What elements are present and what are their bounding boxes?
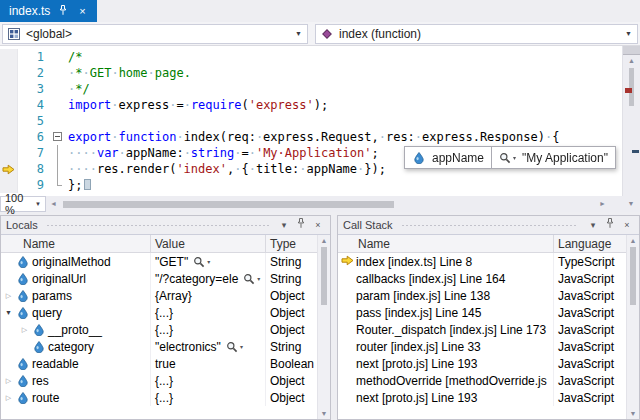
table-row[interactable]: originalMethod"GET"▾String — [1, 253, 317, 270]
scroll-up-icon[interactable]: ▲ — [627, 235, 639, 246]
scroll-down-icon[interactable]: ▼ — [627, 408, 639, 419]
fold-margin[interactable] — [52, 65, 68, 81]
code-line[interactable]: 2·*·GET·home·page. — [0, 65, 622, 81]
scrollbar-thumb[interactable] — [63, 201, 394, 208]
tab-index-ts[interactable]: index.ts × — [0, 0, 97, 22]
expander-icon[interactable]: ▷ — [3, 377, 14, 385]
table-row[interactable]: router [index.js] Line 33JavaScript — [338, 338, 626, 355]
zoom-dropdown[interactable]: 100 % ▼ — [0, 196, 46, 212]
breakpoint-margin[interactable] — [0, 113, 18, 129]
code-line[interactable]: 5 — [0, 113, 622, 129]
magnifier-icon[interactable]: ▾ — [243, 273, 260, 285]
call-stack-scrollbar[interactable]: ▲ ▼ — [626, 235, 639, 419]
table-row[interactable]: ▷__proto__{...}Object — [1, 321, 317, 338]
scroll-left-icon[interactable]: ◄ — [46, 196, 61, 212]
table-row[interactable]: ▼query{...}Object — [1, 304, 317, 321]
table-row[interactable]: ▷params{Array}Object — [1, 287, 317, 304]
code-text[interactable]: /* — [68, 49, 622, 65]
window-position-icon[interactable]: ▾ — [277, 218, 291, 232]
table-row[interactable]: Router._dispatch [index.js] Line 173Java… — [338, 321, 626, 338]
table-row[interactable]: param [index.js] Line 138JavaScript — [338, 287, 626, 304]
splitter-grip[interactable] — [623, 46, 640, 55]
code-text[interactable]: import·express·=·require('express'); — [68, 97, 622, 113]
breakpoint-margin[interactable] — [0, 81, 18, 97]
breakpoint-margin[interactable] — [0, 65, 18, 81]
close-icon[interactable]: × — [620, 218, 634, 232]
scroll-right-icon[interactable]: ► — [595, 196, 610, 212]
code-line[interactable]: 6export·function·index(req:·express.Requ… — [0, 129, 622, 145]
fold-margin[interactable] — [52, 113, 68, 129]
breakpoint-margin[interactable] — [0, 129, 18, 145]
member-dropdown[interactable]: index (function) ▼ — [315, 24, 638, 44]
column-header-language[interactable]: Language — [554, 235, 626, 252]
scope-dropdown[interactable]: <global> ▼ — [2, 24, 308, 44]
scrollbar-thumb[interactable] — [629, 68, 634, 106]
expander-icon[interactable]: ▷ — [3, 394, 14, 402]
code-line[interactable]: 9}; — [0, 177, 622, 193]
table-row[interactable]: ▷res{...}Object — [1, 372, 317, 389]
magnifier-icon[interactable]: ▾ — [193, 256, 210, 268]
code-editor[interactable]: 1/*2·*·GET·home·page.3·*/4import·express… — [0, 46, 622, 196]
fold-margin[interactable] — [52, 49, 68, 65]
editor-vertical-scrollbar[interactable]: ▲ — [622, 46, 640, 196]
fold-margin[interactable] — [52, 145, 68, 161]
code-text[interactable]: }; — [68, 177, 622, 193]
table-row[interactable]: next [proto.js] Line 193JavaScript — [338, 389, 626, 406]
fold-collapse-icon[interactable] — [53, 132, 62, 141]
breakpoint-margin[interactable] — [0, 161, 18, 177]
table-row[interactable]: callbacks [index.js] Line 164JavaScript — [338, 270, 626, 287]
breakpoint-margin[interactable] — [0, 97, 18, 113]
table-row[interactable]: index [index.ts] Line 8TypeScript — [338, 253, 626, 270]
code-text[interactable]: ·*·GET·home·page. — [68, 65, 622, 81]
column-header-name[interactable]: Name — [338, 235, 554, 252]
magnifier-icon[interactable]: ▾ — [499, 152, 516, 164]
pin-icon[interactable] — [603, 218, 617, 233]
code-line[interactable]: 3·*/ — [0, 81, 622, 97]
pin-icon[interactable] — [57, 5, 69, 18]
breakpoint-margin[interactable] — [0, 177, 18, 193]
pin-icon[interactable] — [294, 218, 308, 233]
breakpoint-margin[interactable] — [0, 49, 18, 65]
table-row[interactable]: ▷route{...}Object — [1, 389, 317, 406]
table-row[interactable]: next [proto.js] Line 193JavaScript — [338, 355, 626, 372]
locals-titlebar[interactable]: Locals ▾ × — [1, 216, 330, 235]
table-row[interactable]: methodOverride [methodOverride.jsJavaScr… — [338, 372, 626, 389]
table-row[interactable]: category"electronics"▾String — [1, 338, 317, 355]
code-line[interactable]: 4import·express·=·require('express'); — [0, 97, 622, 113]
scrollbar-thumb[interactable] — [630, 247, 636, 305]
close-icon[interactable]: × — [311, 218, 325, 232]
close-icon[interactable]: × — [76, 5, 88, 17]
code-text[interactable] — [68, 113, 622, 129]
datatip-name-segment[interactable]: appName — [404, 146, 492, 169]
scroll-down-icon[interactable]: ▼ — [318, 408, 330, 419]
locals-scrollbar[interactable]: ▲ ▼ — [317, 235, 330, 419]
scroll-up-icon[interactable]: ▲ — [318, 235, 330, 246]
window-position-icon[interactable]: ▾ — [586, 218, 600, 232]
scroll-up-icon[interactable]: ▲ — [623, 55, 640, 66]
expander-icon[interactable]: ▷ — [3, 292, 14, 300]
fold-margin[interactable] — [52, 161, 68, 177]
call-stack-titlebar[interactable]: Call Stack ▾ × — [338, 216, 639, 235]
expander-icon[interactable]: ▷ — [19, 326, 30, 334]
code-text[interactable]: ·*/ — [68, 81, 622, 97]
datatip-value-segment[interactable]: ▾ "My Application" — [491, 146, 616, 169]
magnifier-icon[interactable]: ▾ — [226, 341, 243, 353]
code-line[interactable]: 1/* — [0, 49, 622, 65]
scrollbar-thumb[interactable] — [321, 247, 327, 305]
column-header-name[interactable]: Name — [1, 235, 151, 252]
table-row[interactable]: readabletrueBoolean — [1, 355, 317, 372]
scroll-down-icon[interactable]: ▼ — [622, 196, 640, 212]
breakpoint-margin[interactable] — [0, 145, 18, 161]
fold-margin[interactable] — [52, 129, 68, 145]
table-row[interactable]: originalUrl"/?category=ele▾String — [1, 270, 317, 287]
fold-margin[interactable] — [52, 177, 68, 193]
fold-margin[interactable] — [52, 81, 68, 97]
expander-icon[interactable]: ▼ — [3, 309, 14, 316]
code-text[interactable]: export·function·index(req:·express.Reque… — [68, 129, 622, 145]
variable-icon — [16, 375, 30, 387]
table-row[interactable]: pass [index.js] Line 145JavaScript — [338, 304, 626, 321]
column-header-type[interactable]: Type — [266, 235, 317, 252]
editor-horizontal-scrollbar[interactable] — [61, 196, 595, 212]
fold-margin[interactable] — [52, 97, 68, 113]
column-header-value[interactable]: Value — [151, 235, 266, 252]
